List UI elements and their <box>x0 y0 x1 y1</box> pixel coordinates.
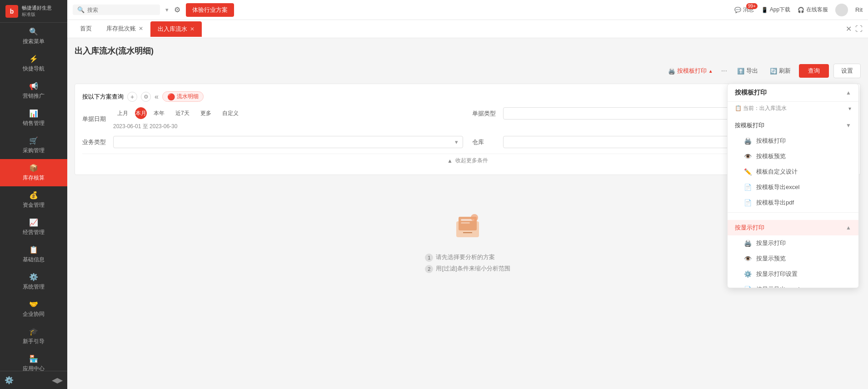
sidebar-item-label-sales: 销售管理 <box>23 120 45 127</box>
sidebar-item-system[interactable]: ⚙️系统管理 <box>0 268 67 295</box>
dropdown-item-template-export-pdf[interactable]: 📄按模板导出pdf <box>728 195 858 210</box>
user-avatar[interactable] <box>835 4 848 16</box>
empty-hints: 1 请先选择要分析的方案 2 用[过滤]条件来缩小分析范围 <box>425 253 510 276</box>
dropdown-section-header-display-print-section[interactable]: 按显示打印▲ <box>728 220 858 235</box>
refresh-button[interactable]: 🔄 刷新 <box>766 65 794 77</box>
tab-home[interactable]: 首页 <box>73 21 99 37</box>
toolbar: 🖨️ 按模板打印 ▲ ··· ⬆️ 导出 🔄 刷新 查询 设置 <box>75 64 861 78</box>
tab-close-batch-account[interactable]: ✕ <box>139 25 143 32</box>
date-option-本月[interactable]: 本月 <box>135 107 147 119</box>
trial-button[interactable]: 体验行业方案 <box>186 3 234 17</box>
close-all-tabs-button[interactable]: ✕ <box>846 25 852 33</box>
tab-label-home: 首页 <box>80 25 92 33</box>
nav-icon-quick-nav: ⚡ <box>29 55 38 63</box>
sidebar-item-inventory[interactable]: 📦库存核算 <box>0 159 67 186</box>
empty-hint-2: 2 用[过滤]条件来缩小分析范围 <box>425 264 510 273</box>
content-area: 出入库流水(流水明细) 🖨️ 按模板打印 ▲ ··· ⬆️ 导出 🔄 刷新 查询… <box>67 38 868 389</box>
dropdown-section-header-template-print-section[interactable]: 按模板打印▼ <box>728 118 858 133</box>
chevron-up-icon: ▲ <box>447 158 453 164</box>
add-filter-button[interactable]: + <box>127 92 137 102</box>
message-button[interactable]: 💬 消息 99+ <box>734 6 754 14</box>
template-print-button[interactable]: 🖨️ 按模板打印 ▲ <box>664 65 717 77</box>
sidebar-item-basic[interactable]: 📋基础信息 <box>0 241 67 268</box>
dropdown-item-display-print[interactable]: 🖨️按显示打印 <box>728 235 858 251</box>
sidebar-item-sales[interactable]: 📊销售管理 <box>0 105 67 132</box>
sidebar-item-quick-nav[interactable]: ⚡快捷导航 <box>0 50 67 77</box>
dropdown-close-icon[interactable]: ▲ <box>846 90 851 96</box>
dropdown-item-template-preview[interactable]: 👁️按模板预览 <box>728 149 858 164</box>
logo-icon: b <box>5 5 18 18</box>
dropdown-item-template-export-excel[interactable]: 📄按模板导出excel <box>728 180 858 195</box>
item-label-display-print: 按显示打印 <box>756 239 786 247</box>
sidebar-item-operation[interactable]: 📈经营管理 <box>0 214 67 241</box>
app-download-button[interactable]: 📱 App下载 <box>761 6 790 14</box>
nav-icon-marketing: 📢 <box>29 82 38 90</box>
search-dropdown-icon[interactable]: ▾ <box>165 6 169 13</box>
business-select[interactable]: ▾ <box>113 136 463 148</box>
dropdown-section-display-print-section: 按显示打印▲🖨️按显示打印👁️按显示预览⚙️按显示打印设置📄按显示导出excel… <box>728 217 858 288</box>
nav-icon-finance: 💰 <box>29 191 38 199</box>
date-option-自定义[interactable]: 自定义 <box>218 108 243 119</box>
sidebar-item-app[interactable]: 🏪应用中心 <box>0 350 67 371</box>
dropdown-item-display-export-excel[interactable]: 📄按显示导出excel <box>728 282 858 288</box>
date-option-上月[interactable]: 上月 <box>113 108 132 119</box>
nav-icon-sales: 📊 <box>29 109 38 118</box>
dropdown-item-template-print[interactable]: 🖨️按模板打印 <box>728 133 858 149</box>
tabs-actions: ✕ ⛶ <box>846 25 863 33</box>
date-range: 2023-06-01 至 2023-06-30 <box>113 123 243 130</box>
sidebar-item-guide[interactable]: 🎓新手引导 <box>0 323 67 350</box>
sidebar-item-label-finance: 资金管理 <box>23 201 45 209</box>
date-option-本年[interactable]: 本年 <box>150 108 169 119</box>
settings-button[interactable]: 设置 <box>833 64 861 78</box>
sidebar-item-search[interactable]: 🔍搜索菜单 <box>0 23 67 50</box>
item-label-template-print: 按模板打印 <box>756 137 786 145</box>
section-header-label-template-print-section: 按模板打印 <box>735 121 764 130</box>
search-icon: 🔍 <box>77 6 85 13</box>
item-icon-template-export-pdf: 📄 <box>744 199 752 206</box>
sidebar-item-marketing[interactable]: 📢营销推广 <box>0 77 67 105</box>
filter-collapse-icon[interactable]: « <box>155 93 159 101</box>
type-label: 单据类型 <box>472 110 499 118</box>
tab-inout-flow[interactable]: 出入库流水 ✕ <box>150 21 202 37</box>
sidebar: b 畅捷通好生意 标准版 🔍搜索菜单⚡快捷导航📢营销推广📊销售管理🛒采购管理📦库… <box>0 0 67 389</box>
dropdown-item-template-custom[interactable]: ✏️模板自定义设计 <box>728 164 858 180</box>
settings-icon[interactable]: ⚙️ <box>5 376 14 384</box>
item-icon-template-print: 🖨️ <box>744 137 752 145</box>
filter-settings-button[interactable]: ⚙ <box>141 92 151 102</box>
printer-icon: 🖨️ <box>668 68 675 75</box>
date-options: 上月本月本年近7天更多自定义 <box>113 107 243 119</box>
nav-icon-basic: 📋 <box>29 245 38 254</box>
collapse-icon[interactable]: ◀▶ <box>52 376 63 384</box>
filter-tag-icon: 🔴 <box>167 93 175 100</box>
tab-label-inout-flow: 出入库流水 <box>158 25 187 33</box>
sidebar-item-label-system: 系统管理 <box>23 283 45 291</box>
dropdown-current-label: 📋 当前：出入库流水 ▾ <box>728 102 858 115</box>
filter-tag[interactable]: 🔴 流水明细 <box>162 91 204 102</box>
customer-service-button[interactable]: 🎧 在线客服 <box>798 6 828 14</box>
tab-batch-account[interactable]: 库存批次账 ✕ <box>99 21 150 37</box>
more-options-icon[interactable]: ··· <box>721 67 727 75</box>
date-option-近7天[interactable]: 近7天 <box>171 108 194 119</box>
search-box[interactable]: 🔍 <box>73 5 160 15</box>
sidebar-item-label-operation: 经营管理 <box>23 229 45 236</box>
section-toggle-display-print-section: ▲ <box>846 224 851 231</box>
dropdown-item-display-preview[interactable]: 👁️按显示预览 <box>728 251 858 266</box>
search-input[interactable] <box>87 7 155 13</box>
topbar: 🔍 ▾ ⚙ 体验行业方案 💬 消息 99+ 📱 App下载 🎧 在线客服 Rit <box>67 0 868 20</box>
sidebar-item-purchase[interactable]: 🛒采购管理 <box>0 132 67 159</box>
date-option-更多[interactable]: 更多 <box>196 108 215 119</box>
expand-tabs-button[interactable]: ⛶ <box>855 25 863 33</box>
filter-date-item: 单据日期 上月本月本年近7天更多自定义 2023-06-01 至 2023-06… <box>82 107 463 130</box>
sidebar-item-coop[interactable]: 🤝企业协同 <box>0 295 67 323</box>
query-button[interactable]: 查询 <box>799 64 829 78</box>
export-button[interactable]: ⬆️ 导出 <box>733 65 762 77</box>
sidebar-item-label-basic: 基础信息 <box>23 256 45 264</box>
item-icon-template-export-excel: 📄 <box>744 184 752 191</box>
dropdown-item-display-print-settings[interactable]: ⚙️按显示打印设置 <box>728 266 858 282</box>
sidebar-item-finance[interactable]: 💰资金管理 <box>0 186 67 214</box>
tab-close-inout-flow[interactable]: ✕ <box>190 26 195 32</box>
item-label-display-print-settings: 按显示打印设置 <box>756 270 798 278</box>
sidebar-item-label-search: 搜索菜单 <box>23 38 45 45</box>
topbar-right: 💬 消息 99+ 📱 App下载 🎧 在线客服 Rit <box>734 4 863 16</box>
gear-icon[interactable]: ⚙ <box>174 5 180 14</box>
